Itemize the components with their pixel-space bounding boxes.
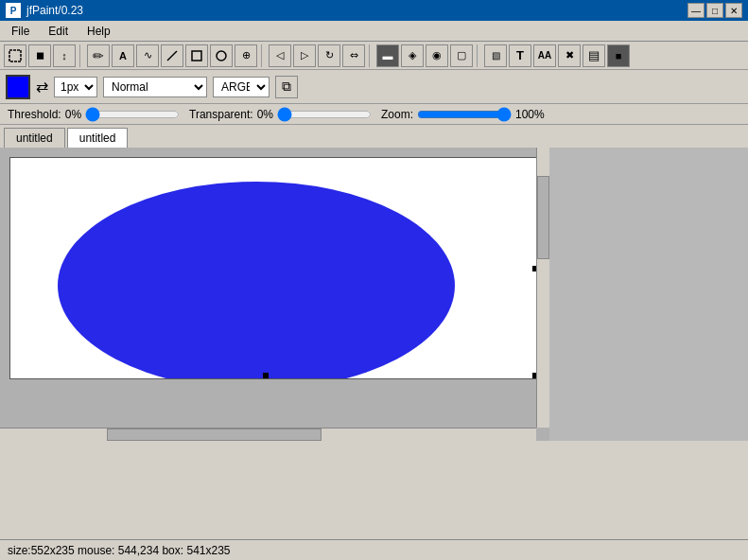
vscrollbar[interactable] bbox=[536, 148, 549, 428]
blend-dropdown[interactable]: Normal Multiply Screen Overlay bbox=[103, 77, 207, 97]
vscrollbar-thumb[interactable] bbox=[537, 176, 549, 260]
menu-file[interactable]: File bbox=[4, 23, 37, 40]
menu-help[interactable]: Help bbox=[79, 23, 118, 40]
hscrollbar-thumb[interactable] bbox=[107, 429, 322, 441]
tool-fill-black[interactable]: ◼ bbox=[28, 44, 51, 67]
zoom-label: Zoom: bbox=[381, 108, 413, 121]
svg-point-4 bbox=[58, 182, 455, 379]
blend-mode-select: Normal Multiply Screen Overlay bbox=[103, 77, 207, 97]
transparent-label: Transparent: bbox=[189, 108, 253, 121]
tabs-bar: untitled untitled bbox=[0, 125, 748, 148]
threshold-label: Threshold: bbox=[8, 108, 61, 121]
tool-fill[interactable]: ▬ bbox=[376, 44, 399, 67]
menubar: File Edit Help bbox=[0, 21, 748, 42]
app-icon: P bbox=[6, 3, 21, 18]
app-title: jfPaint/0.23 bbox=[26, 4, 83, 17]
channel-select: ARGB RGB Alpha bbox=[213, 77, 270, 97]
sep3 bbox=[369, 44, 373, 67]
svg-rect-0 bbox=[9, 50, 21, 61]
tool-arrow-right[interactable]: ▷ bbox=[293, 44, 316, 67]
right-empty-panel bbox=[549, 148, 748, 441]
zoom-value: 100% bbox=[515, 108, 545, 121]
menu-edit[interactable]: Edit bbox=[41, 23, 76, 40]
tool-flip[interactable]: ⇔ bbox=[342, 44, 365, 67]
statusbar: size:552x235 mouse: 544,234 box: 541x235 bbox=[0, 539, 748, 560]
tool-pencil[interactable]: ✏ bbox=[87, 44, 110, 67]
titlebar-left: P jfPaint/0.23 bbox=[6, 3, 83, 18]
primary-color-swatch[interactable] bbox=[6, 75, 30, 99]
tool-ellipse[interactable] bbox=[210, 44, 233, 67]
threshold-group: Threshold: 0% bbox=[8, 108, 180, 121]
svg-rect-2 bbox=[192, 51, 201, 61]
tool-filter1[interactable]: ▧ bbox=[484, 44, 507, 67]
threshold-value: 0% bbox=[65, 108, 81, 121]
transparent-slider[interactable] bbox=[277, 108, 372, 121]
tool-aa-text[interactable]: AA bbox=[533, 44, 556, 67]
tool-move[interactable]: ↕ bbox=[53, 44, 76, 67]
threshold-slider[interactable] bbox=[85, 108, 180, 121]
tool-pattern1[interactable]: ▤ bbox=[583, 44, 605, 67]
transparent-value: 0% bbox=[257, 108, 273, 121]
tool-select-rect[interactable] bbox=[4, 44, 26, 67]
titlebar-controls[interactable]: — □ ✕ bbox=[687, 3, 742, 18]
copy-button[interactable]: ⧉ bbox=[275, 76, 298, 98]
zoom-slider[interactable] bbox=[417, 108, 512, 121]
transparent-group: Transparent: 0% bbox=[189, 108, 372, 121]
handle-bottom-center[interactable] bbox=[263, 373, 269, 378]
tool-round-rect[interactable]: ▢ bbox=[450, 44, 473, 67]
sep2 bbox=[261, 44, 265, 67]
sep4 bbox=[477, 44, 480, 67]
canvas-area bbox=[0, 148, 748, 441]
tool-text2[interactable]: T bbox=[509, 44, 531, 67]
tool-line[interactable] bbox=[161, 44, 183, 67]
close-button[interactable]: ✕ bbox=[725, 3, 742, 18]
parambar: Threshold: 0% Transparent: 0% Zoom: 100% bbox=[0, 104, 748, 125]
titlebar: P jfPaint/0.23 — □ ✕ bbox=[0, 0, 748, 21]
hscrollbar[interactable] bbox=[0, 428, 536, 441]
tool-arrow-left[interactable]: ◁ bbox=[269, 44, 291, 67]
tool-pattern2[interactable]: ■ bbox=[607, 44, 630, 67]
channel-dropdown[interactable]: ARGB RGB Alpha bbox=[213, 77, 270, 97]
tool-text[interactable]: A bbox=[112, 44, 134, 67]
tab-untitled-1[interactable]: untitled bbox=[4, 128, 65, 148]
canvas-container bbox=[9, 157, 539, 379]
svg-line-1 bbox=[167, 51, 177, 61]
minimize-button[interactable]: — bbox=[687, 3, 705, 18]
tool-stamp[interactable]: ⊕ bbox=[235, 44, 257, 67]
tool-curve[interactable]: ∿ bbox=[136, 44, 159, 67]
toolbar: ◼ ↕ ✏ A ∿ ⊕ ◁ ▷ ↻ ⇔ ▬ ◈ ◉ ▢ ▧ T AA ✖ ▤ ■ bbox=[0, 42, 748, 70]
maximize-button[interactable]: □ bbox=[706, 3, 723, 18]
zoom-group: Zoom: 100% bbox=[381, 108, 545, 121]
tab-untitled-2[interactable]: untitled bbox=[67, 128, 129, 149]
swap-colors-button[interactable]: ⇄ bbox=[36, 78, 48, 96]
tool-erase[interactable]: ✖ bbox=[558, 44, 581, 67]
canvas-ellipse bbox=[58, 177, 464, 379]
status-text: size:552x235 mouse: 544,234 box: 541x235 bbox=[8, 544, 231, 557]
tool-paint-bucket[interactable]: ◈ bbox=[401, 44, 424, 67]
tool-rotate[interactable]: ↻ bbox=[318, 44, 340, 67]
svg-point-3 bbox=[217, 51, 226, 61]
sep1 bbox=[79, 44, 83, 67]
colorbar: ⇄ 1px 2px 3px 5px 8px Normal Multiply Sc… bbox=[0, 70, 748, 104]
tool-fill2[interactable]: ◉ bbox=[426, 44, 448, 67]
tool-rect[interactable] bbox=[185, 44, 208, 67]
size-dropdown[interactable]: 1px 2px 3px 5px 8px bbox=[54, 77, 97, 97]
brush-size-select: 1px 2px 3px 5px 8px bbox=[54, 77, 97, 97]
